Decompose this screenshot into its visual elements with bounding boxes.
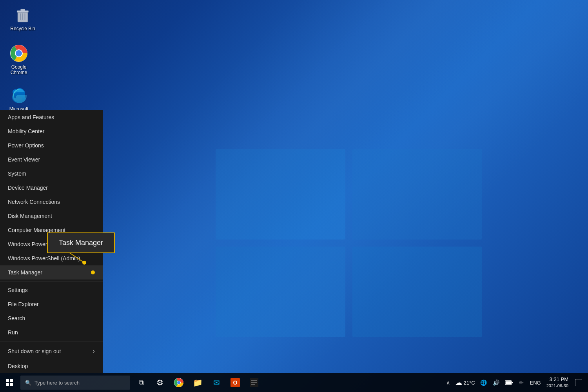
task-manager-indicator	[91, 270, 95, 274]
menu-item-windows-powershell-admin[interactable]: Windows PowerShell (Admin)	[0, 251, 103, 265]
system-tray: ∧ ☁ 21°C 🌐 🔊	[444, 373, 588, 392]
date-display: 2021-06-30	[546, 383, 568, 388]
menu-separator-1	[0, 281, 103, 281]
temperature-label: 21°C	[464, 380, 475, 386]
google-chrome-image	[9, 44, 28, 63]
time-display: 3:21 PM	[546, 376, 568, 383]
menu-item-network-connections[interactable]: Network Connections	[0, 195, 103, 209]
taskbar-mail-icon[interactable]: ✉	[207, 373, 226, 392]
recycle-bin-image	[13, 5, 32, 24]
menu-item-device-manager[interactable]: Device Manager	[0, 181, 103, 195]
notification-icon	[575, 379, 582, 386]
task-view-button[interactable]: ⧉	[132, 373, 151, 392]
taskbar-file-explorer-icon[interactable]: 📁	[188, 373, 207, 392]
taskbar-office-icon[interactable]: O	[226, 373, 245, 392]
taskbar-settings-icon[interactable]: ⚙	[151, 373, 169, 392]
taskbar-search[interactable]: 🔍 Type here to search	[20, 376, 130, 390]
task-manager-tooltip: Task Manager	[47, 232, 115, 253]
menu-item-apps-and-features[interactable]: Apps and Features	[0, 110, 103, 124]
recycle-bin-label: Recycle Bin	[10, 26, 35, 31]
cloud-icon: ☁	[455, 378, 462, 387]
language-indicator[interactable]: ENG	[528, 380, 543, 386]
windows-start-icon	[6, 379, 13, 386]
menu-item-mobility-center[interactable]: Mobility Center	[0, 124, 103, 138]
taskbar: 🔍 Type here to search ⧉ ⚙ 📁 ✉	[0, 373, 588, 392]
gear-icon: ⚙	[156, 378, 163, 387]
search-icon: 🔍	[25, 380, 31, 386]
svg-point-14	[177, 381, 180, 384]
google-chrome-icon[interactable]: Google Chrome	[3, 42, 34, 77]
win-pane-2	[352, 149, 482, 240]
menu-item-event-viewer[interactable]: Event Viewer	[0, 152, 103, 167]
win-pane-1	[216, 149, 345, 240]
svg-rect-2	[21, 9, 25, 11]
pen-icon[interactable]: ✏	[516, 373, 527, 392]
folder-icon: 📁	[193, 378, 203, 387]
menu-item-system[interactable]: System	[0, 167, 103, 181]
taskbar-notes-icon[interactable]	[245, 373, 263, 392]
taskbar-chrome-icon[interactable]	[169, 373, 188, 392]
menu-item-shut-down[interactable]: Shut down or sign out	[0, 343, 103, 359]
svg-rect-22	[512, 382, 513, 383]
menu-item-settings[interactable]: Settings	[0, 283, 103, 297]
battery-icon[interactable]	[503, 373, 514, 392]
chevron-up-icon: ∧	[446, 379, 450, 386]
task-view-icon: ⧉	[139, 379, 144, 387]
menu-item-task-manager[interactable]: Task Manager	[0, 265, 103, 279]
svg-point-8	[16, 50, 22, 56]
desktop: Recycle Bin Google Chrome	[0, 0, 588, 392]
menu-item-power-options[interactable]: Power Options	[0, 138, 103, 152]
system-tray-expand[interactable]: ∧	[444, 373, 452, 392]
taskbar-search-label: Type here to search	[34, 380, 80, 386]
start-button[interactable]	[0, 373, 19, 392]
clock[interactable]: 3:21 PM 2021-06-30	[544, 376, 571, 389]
recycle-bin-icon[interactable]: Recycle Bin	[7, 4, 38, 33]
win-pane-3	[216, 247, 345, 337]
svg-text:O: O	[233, 379, 238, 386]
google-chrome-label: Google Chrome	[5, 64, 33, 76]
mail-icon: ✉	[213, 378, 220, 387]
windows-logo	[216, 149, 482, 337]
network-icon[interactable]: 🌐	[478, 373, 489, 392]
menu-separator-2	[0, 341, 103, 341]
svg-rect-24	[575, 379, 582, 386]
svg-rect-23	[505, 381, 511, 384]
menu-item-search[interactable]: Search	[0, 311, 103, 325]
notification-button[interactable]	[572, 373, 585, 392]
microsoft-edge-image	[9, 86, 28, 105]
win-pane-4	[352, 247, 482, 337]
menu-item-disk-management[interactable]: Disk Management	[0, 209, 103, 223]
menu-item-run[interactable]: Run	[0, 325, 103, 339]
weather-widget[interactable]: ☁ 21°C	[455, 378, 475, 387]
menu-item-file-explorer[interactable]: File Explorer	[0, 297, 103, 311]
volume-icon[interactable]: 🔊	[491, 373, 502, 392]
menu-item-desktop[interactable]: Desktop	[0, 359, 103, 373]
